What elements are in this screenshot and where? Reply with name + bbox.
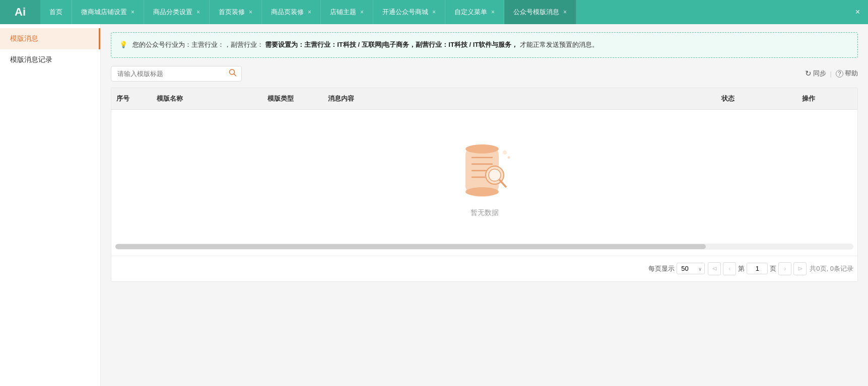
- data-table: 序号 模版名称 模版类型 消息内容 状态 操作: [111, 88, 858, 282]
- empty-state: 暂无数据: [111, 110, 857, 238]
- col-content-header: 消息内容: [323, 88, 716, 109]
- search-actions: ↻ 同步 | ? 帮助: [805, 69, 858, 78]
- nav-close-3[interactable]: ×: [249, 9, 252, 16]
- divider: |: [830, 70, 832, 78]
- nav-item-5[interactable]: 店铺主题×: [321, 0, 373, 24]
- nav-item-0[interactable]: 首页: [40, 0, 72, 24]
- nav-item-2[interactable]: 商品分类设置×: [144, 0, 210, 24]
- col-status-header: 状态: [716, 88, 797, 109]
- last-page-button[interactable]: ⊳: [793, 262, 807, 275]
- notice-highlight: 需要设置为：主营行业：IT科技 / 互联网|电子商务，副营行业：IT科技 / I…: [265, 41, 518, 48]
- sync-label: 同步: [813, 69, 826, 78]
- svg-point-13: [503, 150, 507, 155]
- page-nav: ⊲ ‹ 第 页 › ⊳: [708, 262, 807, 275]
- page-unit-label: 页: [770, 264, 776, 273]
- nav-item-1[interactable]: 微商城店铺设置×: [72, 0, 144, 24]
- nav-close-5[interactable]: ×: [360, 9, 364, 16]
- sync-icon: ↻: [805, 69, 812, 78]
- nav-close-4[interactable]: ×: [308, 9, 311, 16]
- logo: Ai: [0, 0, 40, 24]
- notice-box: 💡 您的公众号行业为：主营行业：，副营行业： 需要设置为：主营行业：IT科技 /…: [111, 32, 858, 58]
- svg-line-1: [234, 74, 236, 76]
- total-info: 共0页, 0条记录: [810, 264, 853, 273]
- page-size-select-wrap[interactable]: 50 10 20 100: [677, 263, 705, 274]
- page-prefix-label: 第: [738, 264, 745, 273]
- table-header: 序号 模版名称 模版类型 消息内容 状态 操作: [111, 88, 857, 110]
- nav-close-7[interactable]: ×: [491, 9, 495, 16]
- page-size-label: 每页显示: [648, 264, 675, 273]
- bulb-icon: 💡: [119, 41, 127, 48]
- col-type-header: 模版类型: [262, 88, 323, 109]
- notice-prefix: 您的公众号行业为：主营行业：，副营行业：: [132, 41, 263, 48]
- search-input-wrap: [111, 66, 242, 82]
- empty-text: 暂无数据: [471, 208, 499, 217]
- nav-item-7[interactable]: 自定义菜单×: [445, 0, 504, 24]
- next-page-button[interactable]: ›: [778, 262, 791, 275]
- sidebar-item-0[interactable]: 模版消息: [0, 28, 100, 49]
- empty-illustration: [454, 140, 515, 200]
- search-bar: ↻ 同步 | ? 帮助: [111, 66, 858, 82]
- page-input[interactable]: [747, 263, 768, 274]
- search-button[interactable]: [229, 69, 237, 79]
- nav-close-2[interactable]: ×: [196, 9, 200, 16]
- pagination: 每页显示 50 10 20 100 ⊲ ‹ 第 页: [111, 256, 857, 281]
- search-input[interactable]: [111, 66, 242, 82]
- svg-line-12: [500, 180, 506, 187]
- notice-suffix: 才能正常发送预置的消息。: [520, 41, 598, 48]
- nav-close-1[interactable]: ×: [131, 9, 135, 16]
- sync-button[interactable]: ↻ 同步: [805, 69, 826, 78]
- nav-item-8[interactable]: 公众号模版消息×: [504, 0, 576, 24]
- first-page-button[interactable]: ⊲: [708, 262, 721, 275]
- nav-close-6[interactable]: ×: [432, 9, 436, 16]
- nav-close-8[interactable]: ×: [563, 9, 567, 16]
- col-index-header: 序号: [111, 88, 152, 109]
- help-button[interactable]: ? 帮助: [836, 69, 858, 78]
- help-icon: ?: [836, 70, 843, 78]
- page-size-select[interactable]: 50 10 20 100: [677, 263, 705, 274]
- sidebar: 模版消息模版消息记录: [0, 24, 101, 386]
- col-name-header: 模版名称: [152, 88, 262, 109]
- svg-point-11: [489, 169, 501, 181]
- close-all-button[interactable]: ×: [847, 0, 868, 24]
- svg-point-5: [465, 187, 499, 196]
- sidebar-item-1[interactable]: 模版消息记录: [0, 49, 100, 70]
- main-layout: 模版消息模版消息记录 💡 您的公众号行业为：主营行业：，副营行业： 需要设置为：…: [0, 24, 868, 386]
- content-area: 💡 您的公众号行业为：主营行业：，副营行业： 需要设置为：主营行业：IT科技 /…: [101, 24, 868, 386]
- page-size-section: 每页显示 50 10 20 100: [648, 263, 705, 274]
- nav-item-3[interactable]: 首页装修×: [210, 0, 262, 24]
- svg-point-4: [465, 144, 499, 153]
- prev-page-button[interactable]: ‹: [723, 262, 736, 275]
- nav-item-6[interactable]: 开通公众号商城×: [373, 0, 445, 24]
- help-label: 帮助: [845, 69, 858, 78]
- top-nav: Ai 首页微商城店铺设置×商品分类设置×首页装修×商品页装修×店铺主题×开通公众…: [0, 0, 868, 24]
- nav-item-4[interactable]: 商品页装修×: [262, 0, 321, 24]
- scrollbar-area[interactable]: [111, 238, 857, 256]
- col-action-header: 操作: [797, 88, 857, 109]
- svg-point-14: [507, 156, 510, 159]
